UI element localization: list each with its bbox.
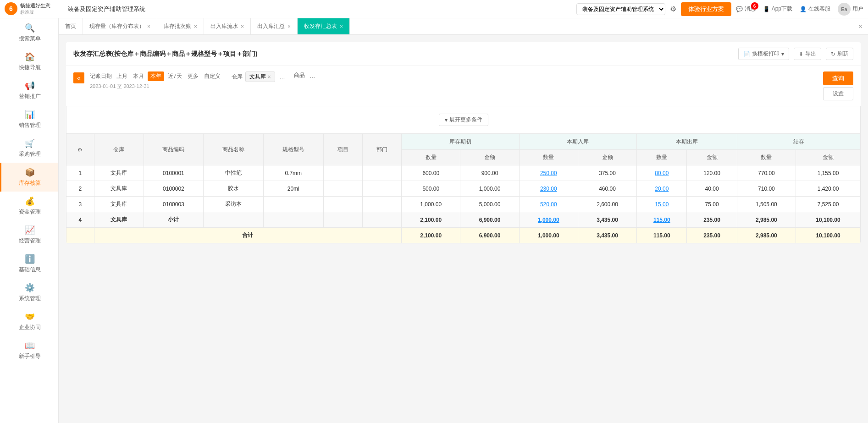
tab-stock-summary[interactable]: 收发存汇总表 ×: [298, 18, 350, 35]
system-selector[interactable]: 装备及固定资产辅助管理系统: [576, 3, 665, 15]
row2-code: 0100002: [144, 181, 204, 197]
subtotal-in-qty[interactable]: 1,000.00: [519, 212, 578, 228]
warehouse-dots[interactable]: ...: [280, 73, 285, 81]
refresh-button[interactable]: ↻ 刷新: [826, 48, 853, 60]
row1-name: 中性笔: [204, 165, 264, 181]
row2-opening-amt: 1,000.00: [460, 181, 519, 197]
shortcut-7days[interactable]: 近7天: [166, 71, 184, 81]
product-filter-row: 商品 ...: [294, 71, 315, 79]
tab-batch-label: 库存批次账: [164, 22, 191, 30]
shortcut-custom[interactable]: 自定义: [202, 71, 222, 81]
sidebar-item-operations[interactable]: 📈 经营管理: [0, 220, 58, 249]
col-in-header: 本期入库: [519, 134, 637, 150]
logo-text: 畅捷通好生意: [20, 2, 50, 9]
sidebar-item-basicinfo[interactable]: ℹ️ 基础信息: [0, 249, 58, 278]
sidebar-label-inventory: 库存核算: [19, 179, 41, 187]
sidebar-item-system[interactable]: ⚙️ 系统管理: [0, 278, 58, 307]
sidebar-item-inventory[interactable]: 📦 库存核算: [0, 163, 58, 192]
tab-batch[interactable]: 库存批次账 ×: [157, 18, 204, 35]
header-right: 💬 消息 6 📱 App下载 👤 在线客服 Ea 用户: [736, 3, 863, 16]
col-opening-qty-header: 数量: [402, 150, 460, 165]
row3-in-amt: 2,600.00: [578, 197, 636, 212]
row3-dept: [362, 197, 401, 212]
sidebar-item-purchase[interactable]: 🛒 采购管理: [0, 134, 58, 163]
tab-close-inventory-dist[interactable]: ×: [147, 23, 150, 30]
shortcut-last-month[interactable]: 上月: [115, 71, 129, 81]
tab-inout-flow-label: 出入库流水: [210, 22, 238, 30]
shortcut-this-year[interactable]: 本年: [148, 71, 164, 81]
settings-gear-icon[interactable]: ⚙: [670, 5, 676, 13]
sidebar-item-collab[interactable]: 🤝 企业协同: [0, 307, 58, 336]
sidebar-item-search[interactable]: 🔍 搜索菜单: [0, 18, 58, 47]
col-closing-amt-header: 金额: [796, 150, 861, 165]
user-item[interactable]: Ea 用户: [838, 3, 863, 16]
tab-inventory-dist[interactable]: 现存量（库存分布表） ×: [83, 18, 157, 35]
sidebar-label-search: 搜索菜单: [19, 35, 41, 43]
online-service-item[interactable]: 👤 在线客服: [800, 5, 830, 13]
shortcut-more[interactable]: 更多: [186, 71, 200, 81]
total-in-qty: 1,000.00: [519, 228, 578, 243]
warehouse-tag-close[interactable]: ×: [268, 74, 271, 80]
refresh-label: 刷新: [837, 50, 848, 58]
date-range-display: 2023-01-01 至 2023-12-31: [90, 83, 222, 90]
tab-close-stock-summary[interactable]: ×: [340, 23, 343, 30]
col-opening-amt-header: 金额: [460, 150, 519, 165]
subtotal-col4: [204, 212, 264, 228]
tab-bar: 首页 现存量（库存分布表） × 库存批次账 × 出入库流水 × 出入库汇总 × …: [59, 18, 868, 35]
tab-inout-summary[interactable]: 出入库汇总 ×: [251, 18, 298, 35]
row3-spec: [263, 197, 323, 212]
sidebar-item-sales[interactable]: 📊 销售管理: [0, 105, 58, 134]
export-button[interactable]: ⬇ 导出: [794, 48, 821, 60]
row2-warehouse: 文具库: [94, 181, 144, 197]
row3-name: 采访本: [204, 197, 264, 212]
warehouse-filter-row: 仓库 文具库 × ...: [232, 71, 285, 82]
template-icon: 📄: [743, 51, 750, 57]
sidebar-item-finance[interactable]: 💰 资金管理: [0, 192, 58, 220]
product-dots[interactable]: ...: [310, 72, 315, 79]
subtotal-out-qty[interactable]: 115.00: [637, 212, 687, 228]
row1-opening-qty: 600.00: [402, 165, 460, 181]
top-bar: 6 畅捷通好生意 标准版 装备及固定资产辅助管理系统 装备及固定资产辅助管理系统…: [0, 0, 868, 18]
row3-closing-qty: 1,505.00: [737, 197, 796, 212]
app-download-item[interactable]: 📱 App下载: [763, 5, 792, 13]
warehouse-tag[interactable]: 文具库 ×: [245, 71, 275, 82]
row1-out-qty[interactable]: 80.00: [637, 165, 687, 181]
export-label: 导出: [805, 50, 816, 58]
expand-conditions-button[interactable]: ▾ 展开更多条件: [439, 114, 488, 126]
col-out-header: 本期出库: [637, 134, 737, 150]
expand-label: 展开更多条件: [449, 116, 482, 124]
subtotal-closing-amt: 10,100.00: [796, 212, 861, 228]
sidebar-item-guide[interactable]: 📖 新手引导: [0, 336, 58, 365]
tab-close-inout-summary[interactable]: ×: [287, 23, 291, 30]
sidebar-item-quicknav[interactable]: 🏠 快捷导航: [0, 47, 58, 76]
filter-toggle-button[interactable]: «: [73, 72, 84, 83]
date-filter-label: 记账日期: [90, 72, 112, 80]
trial-button[interactable]: 体验行业方案: [681, 2, 731, 16]
row1-closing-amt: 1,155.00: [796, 165, 861, 181]
messages-item[interactable]: 💬 消息 6: [736, 5, 756, 13]
query-button[interactable]: 查询: [823, 71, 853, 85]
col-warehouse-header: 仓库: [94, 134, 144, 165]
row2-in-qty[interactable]: 230.00: [519, 181, 578, 197]
col-settings-header[interactable]: ⚙: [66, 134, 94, 165]
row2-closing-amt: 1,420.00: [796, 181, 861, 197]
sidebar-label-collab: 企业协同: [19, 324, 41, 331]
filter-settings-button[interactable]: 设置: [823, 87, 853, 100]
row3-out-qty[interactable]: 15.00: [637, 197, 687, 212]
col-project-header: 项目: [323, 134, 362, 165]
shortcut-this-month[interactable]: 本月: [131, 71, 146, 81]
sidebar-label-basicinfo: 基础信息: [19, 266, 41, 274]
tab-bar-close-button[interactable]: ×: [853, 22, 868, 31]
row1-in-qty[interactable]: 250.00: [519, 165, 578, 181]
row2-out-amt: 40.00: [687, 181, 737, 197]
template-print-button[interactable]: 📄 换模板打印 ▾: [738, 48, 789, 60]
row3-in-qty[interactable]: 520.00: [519, 197, 578, 212]
row3-no: 3: [66, 197, 94, 212]
sidebar-label-operations: 经营管理: [19, 237, 41, 245]
row2-out-qty[interactable]: 20.00: [637, 181, 687, 197]
tab-close-inout-flow[interactable]: ×: [241, 23, 244, 30]
tab-home[interactable]: 首页: [59, 18, 83, 35]
tab-inout-flow[interactable]: 出入库流水 ×: [204, 18, 251, 35]
sidebar-item-marketing[interactable]: 📢 营销推广: [0, 76, 58, 105]
tab-close-batch[interactable]: ×: [194, 23, 197, 30]
